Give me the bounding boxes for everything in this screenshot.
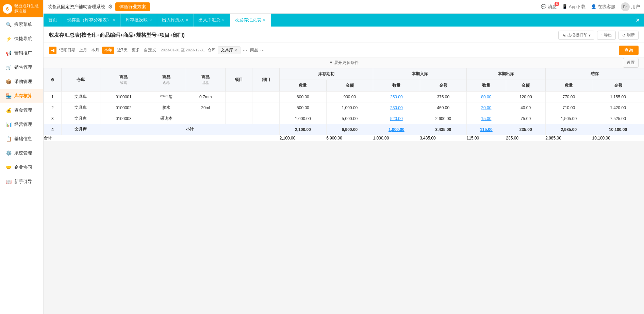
row-no: 2 xyxy=(44,102,62,113)
row-in-qty[interactable]: 520.00 xyxy=(373,113,420,124)
collapse-icon: ◀ xyxy=(51,48,54,53)
total-balance-amt: 10,100.00 xyxy=(592,135,644,141)
sidebar-item-sales[interactable]: 🛒 销售管理 xyxy=(0,60,43,75)
expand-more-button[interactable]: ▼ 展开更多条件 xyxy=(329,60,359,66)
phone-icon: 📱 xyxy=(562,4,567,9)
warehouse-more-button[interactable]: ··· xyxy=(243,47,247,53)
trial-button[interactable]: 体验行业方案 xyxy=(115,2,150,11)
date-btn-more[interactable]: 更多 xyxy=(130,47,141,54)
row-out-qty[interactable]: 20.00 xyxy=(466,102,506,113)
goods-more-button[interactable]: ··· xyxy=(260,47,265,53)
print-button[interactable]: 🖨 按模板打印 ▾ xyxy=(558,31,594,40)
total-out-qty: 115.00 xyxy=(466,135,506,141)
sidebar-item-purchase[interactable]: 📦 采购管理 xyxy=(0,75,43,89)
quick-icon: ⚡ xyxy=(5,36,12,42)
row-out-qty[interactable]: 15.00 xyxy=(466,113,506,124)
th-warehouse: 仓库 xyxy=(61,68,100,92)
logo-icon: 6 xyxy=(3,4,12,14)
sidebar-item-finance[interactable]: 💰 资金管理 xyxy=(0,103,43,117)
tab-close-icon[interactable]: ✕ xyxy=(185,18,188,22)
subtotal-in-amt: 3,435.00 xyxy=(420,124,466,135)
sidebar-item-system[interactable]: ⚙️ 系统管理 xyxy=(0,146,43,160)
tab-close-icon[interactable]: ✕ xyxy=(149,18,152,22)
sidebar-item-quick[interactable]: ⚡ 快捷导航 xyxy=(0,32,43,46)
page-panel: 收发存汇总表(按仓库+商品编码+商品+规格型号+项目+部门) 🖨 按模板打印 ▾… xyxy=(44,27,644,141)
inventory-icon: 🏪 xyxy=(5,93,12,99)
date-btn-custom[interactable]: 自定义 xyxy=(143,47,158,54)
refresh-button[interactable]: ↺ 刷新 xyxy=(618,31,639,40)
sidebar-item-inventory[interactable]: 🏪 库存核算 xyxy=(0,89,43,103)
filter-setting-button[interactable]: 设置 xyxy=(623,58,639,68)
row-balance-amt: 7,525.00 xyxy=(592,113,644,124)
row-warehouse: 文具库 xyxy=(61,113,100,124)
date-btn-this-year[interactable]: 本年 xyxy=(102,47,114,54)
export-button[interactable]: ↑ 导出 xyxy=(597,31,616,40)
online-service-item[interactable]: 👤 在线客服 xyxy=(591,4,615,10)
date-btn-last-month[interactable]: 上月 xyxy=(78,47,88,54)
user-item[interactable]: Ea 用户 xyxy=(621,2,640,11)
page-title: 收发存汇总表(按仓库+商品编码+商品+规格型号+项目+部门) xyxy=(49,32,185,38)
tab-close-icon[interactable]: ✕ xyxy=(222,18,225,22)
row-out-amt: 75.00 xyxy=(506,113,545,124)
sidebar-item-label: 销售管理 xyxy=(14,64,32,70)
message-item[interactable]: 💬 消息 6 xyxy=(541,4,557,10)
row-goods-spec: 0.7mm xyxy=(186,92,225,102)
row-opening-qty: 600.00 xyxy=(280,92,326,102)
subtotal-row: 4 文具库 小计 2,100.00 6,900.00 1,000.00 3,43… xyxy=(44,124,644,135)
row-in-qty[interactable]: 230.00 xyxy=(373,102,420,113)
row-goods-name: 中性笔 xyxy=(147,92,186,102)
sales-icon: 🛒 xyxy=(5,64,12,70)
sidebar-item-base[interactable]: 📋 基础信息 xyxy=(0,132,43,146)
subtotal-balance-qty: 2,985.00 xyxy=(545,124,592,135)
tab-receive-summary[interactable]: 收发存汇总表 ✕ xyxy=(230,14,271,27)
total-row: 合计 2,100.00 6,900.00 1,000.00 3,435.00 1… xyxy=(44,135,644,141)
row-out-qty[interactable]: 80.00 xyxy=(466,92,506,102)
sidebar-item-operation[interactable]: 📊 经营管理 xyxy=(0,117,43,132)
filter-collapse-button[interactable]: ◀ xyxy=(49,47,56,54)
row-no: 1 xyxy=(44,92,62,102)
date-btn-7days[interactable]: 近7天 xyxy=(116,47,129,54)
tab-close-icon[interactable]: ✕ xyxy=(263,18,266,22)
sidebar-item-label: 基础信息 xyxy=(14,136,32,142)
sidebar-item-label: 企业协同 xyxy=(14,164,32,170)
subtotal-out-qty[interactable]: 115.00 xyxy=(466,124,506,135)
subtotal-no: 4 xyxy=(44,124,62,135)
tab-summary[interactable]: 出入库汇总 ✕ xyxy=(194,14,230,27)
row-goods-spec: 20ml xyxy=(186,102,225,113)
row-warehouse: 文具库 xyxy=(61,102,100,113)
date-btn-this-month[interactable]: 本月 xyxy=(90,47,101,54)
warehouse-tag-close[interactable]: ✕ xyxy=(234,48,237,53)
row-in-qty[interactable]: 250.00 xyxy=(373,92,420,102)
guide-icon: 📖 xyxy=(5,179,12,185)
tab-label: 现存量（库存分布表） xyxy=(67,17,111,23)
settings-button[interactable]: ⚙ xyxy=(108,3,113,10)
sidebar-logo[interactable]: 6 畅捷通好生意 标准版 xyxy=(0,0,43,17)
row-balance-amt: 1,155.00 xyxy=(592,92,644,102)
row-opening-amt: 5,000.00 xyxy=(326,113,373,124)
tab-close-icon[interactable]: ✕ xyxy=(113,18,116,22)
query-button[interactable]: 查询 xyxy=(619,46,639,55)
th-period-out: 本期出库 xyxy=(466,68,545,80)
search-icon: 🔍 xyxy=(5,21,12,28)
tab-inventory-dist[interactable]: 现存量（库存分布表） ✕ xyxy=(62,14,121,27)
total-opening-qty: 2,100.00 xyxy=(280,135,326,141)
sidebar-item-guide[interactable]: 📖 新手引导 xyxy=(0,175,43,189)
sidebar-item-marketing[interactable]: 📢 营销推广 xyxy=(0,46,43,60)
expand-more-bar: ▼ 展开更多条件 xyxy=(44,58,644,68)
sidebar-item-enterprise[interactable]: 🤝 企业协同 xyxy=(0,160,43,175)
date-label: 记账日期 xyxy=(59,47,76,53)
sidebar-item-search[interactable]: 🔍 搜索菜单 xyxy=(0,17,43,32)
message-icon: 💬 xyxy=(541,4,546,9)
app-download-item[interactable]: 📱 App下载 xyxy=(562,4,585,10)
tabs-close-all-button[interactable]: ✕ xyxy=(631,17,644,23)
tab-flow[interactable]: 出入库流水 ✕ xyxy=(157,14,194,27)
th-goods-name: 商品名称 xyxy=(147,68,186,92)
row-in-amt: 2,600.00 xyxy=(420,113,466,124)
subtotal-in-qty[interactable]: 1,000.00 xyxy=(373,124,420,135)
th-settings[interactable]: ⚙ xyxy=(44,68,62,92)
row-project xyxy=(225,92,252,102)
tab-batch[interactable]: 库存批次账 ✕ xyxy=(121,14,157,27)
tab-home[interactable]: 首页 xyxy=(44,14,62,27)
marketing-icon: 📢 xyxy=(5,50,12,56)
total-out-amt: 235.00 xyxy=(506,135,545,141)
